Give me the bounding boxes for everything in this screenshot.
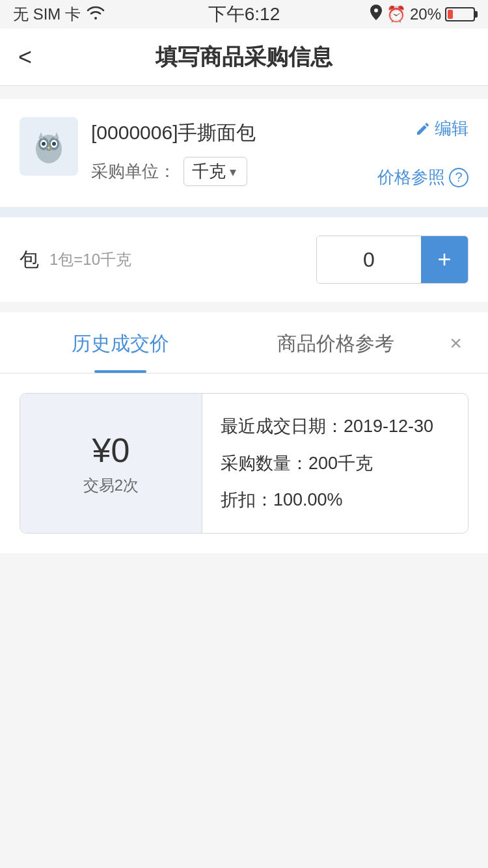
status-right: ⏰ 20% — [370, 5, 475, 24]
carrier-text: 无 SIM 卡 — [13, 4, 81, 25]
quantity-left: 包 1包=10千克 — [20, 247, 131, 273]
product-card: [0000006]手撕面包 采购单位： 千克 ▾ 编辑 价格参照 ? — [0, 99, 488, 207]
unit-label: 采购单位： — [91, 160, 176, 183]
product-info: [0000006]手撕面包 采购单位： 千克 ▾ — [91, 117, 256, 186]
unit-select-button[interactable]: 千克 ▾ — [183, 157, 247, 186]
price-card-right: 最近成交日期：2019-12-30 采购数量：200千克 折扣：100.00% — [202, 394, 468, 533]
price-transactions: 交易2次 — [83, 475, 139, 496]
product-header: [0000006]手撕面包 采购单位： 千克 ▾ 编辑 价格参照 ? — [20, 117, 468, 189]
price-amount: ¥0 — [92, 431, 130, 470]
unit-value: 千克 — [192, 160, 226, 183]
tab-section: 历史成交价 商品价格参考 × ¥0 交易2次 最近成交日期：2019-12-30… — [0, 312, 488, 553]
content-area — [0, 553, 488, 869]
section-divider — [0, 207, 488, 217]
price-reference-button[interactable]: 价格参照 ? — [377, 166, 468, 189]
price-card-area: ¥0 交易2次 最近成交日期：2019-12-30 采购数量：200千克 折扣：… — [0, 373, 488, 553]
status-left: 无 SIM 卡 — [13, 4, 105, 25]
price-date-row: 最近成交日期：2019-12-30 — [221, 413, 450, 440]
status-bar: 无 SIM 卡 下午6:12 ⏰ 20% — [0, 0, 488, 29]
svg-point-5 — [42, 142, 46, 146]
wifi-icon — [86, 5, 105, 23]
price-card: ¥0 交易2次 最近成交日期：2019-12-30 采购数量：200千克 折扣：… — [20, 393, 468, 534]
quantity-input-group: + — [316, 236, 468, 284]
svg-point-6 — [52, 142, 56, 146]
product-left: [0000006]手撕面包 采购单位： 千克 ▾ — [20, 117, 256, 186]
quantity-sub-label: 1包=10千克 — [49, 249, 131, 270]
page-title: 填写商品采购信息 — [156, 42, 332, 72]
alarm-icon: ⏰ — [386, 5, 406, 23]
location-icon — [370, 5, 383, 24]
product-name: [0000006]手撕面包 — [91, 120, 256, 146]
nav-bar: < 填写商品采购信息 — [0, 29, 488, 86]
dropdown-arrow-icon: ▾ — [230, 164, 236, 180]
tab-historical-price[interactable]: 历史成交价 — [13, 312, 228, 373]
price-qty-row: 采购数量：200千克 — [221, 450, 450, 477]
question-icon: ? — [449, 168, 468, 187]
back-button[interactable]: < — [18, 44, 32, 71]
edit-button[interactable]: 编辑 — [415, 117, 468, 140]
tab-bar: 历史成交价 商品价格参考 × — [0, 312, 488, 373]
tab-product-price-reference[interactable]: 商品价格参考 — [228, 312, 444, 373]
quantity-increment-button[interactable]: + — [421, 236, 468, 283]
battery-percent: 20% — [410, 5, 441, 23]
battery-icon — [445, 7, 475, 21]
price-card-left: ¥0 交易2次 — [20, 394, 202, 533]
quantity-row: 包 1包=10千克 + — [0, 217, 488, 302]
quantity-input[interactable] — [317, 236, 421, 283]
product-unit-row: 采购单位： 千克 ▾ — [91, 157, 256, 186]
product-icon — [20, 117, 78, 176]
price-discount-row: 折扣：100.00% — [221, 487, 450, 513]
tab-close-button[interactable]: × — [443, 319, 475, 366]
status-time: 下午6:12 — [208, 2, 280, 27]
quantity-unit: 包 — [20, 247, 39, 273]
